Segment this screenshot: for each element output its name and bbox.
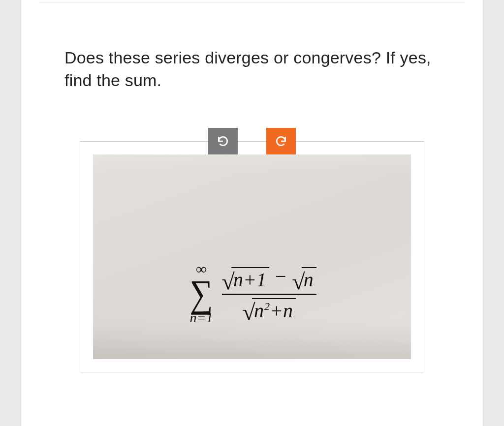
minus-sign: − [272, 265, 289, 291]
radicand-n2-plus-n: n2+n [252, 298, 296, 322]
radicand-n-plus-1: n+1 [231, 267, 269, 291]
rotate-cw-icon [275, 135, 287, 148]
sqrt-n2-plus-n: √ n2+n [243, 298, 296, 322]
denom-exp: 2 [264, 300, 270, 312]
question-photo: ∞ ∑ n=1 √ n+1 − √ [93, 154, 411, 359]
sqrt-n: √ n [292, 267, 316, 291]
image-frame: ∞ ∑ n=1 √ n+1 − √ [80, 141, 424, 372]
denom-tail: +n [270, 300, 293, 322]
rotate-right-button[interactable] [266, 128, 296, 154]
numerator: √ n+1 − √ n [222, 265, 316, 291]
question-text: Does these series diverges or congerves?… [64, 47, 443, 92]
sigma-icon: ∑ [189, 274, 213, 313]
top-divider [40, 2, 464, 2]
fraction: √ n+1 − √ n √ [222, 265, 316, 322]
image-viewer: ∞ ∑ n=1 √ n+1 − √ [80, 141, 424, 372]
rotate-left-button[interactable] [208, 128, 238, 154]
sqrt-n-plus-1: √ n+1 [222, 267, 269, 291]
image-rotation-controls [208, 128, 296, 154]
page-card: Does these series diverges or congerves?… [21, 0, 483, 426]
denom-n: n [254, 300, 264, 322]
series-expression: ∞ ∑ n=1 √ n+1 − √ [188, 262, 316, 325]
summation-symbol: ∞ ∑ n=1 [188, 262, 215, 325]
rotate-ccw-icon [217, 135, 229, 148]
denominator: √ n2+n [243, 298, 296, 322]
